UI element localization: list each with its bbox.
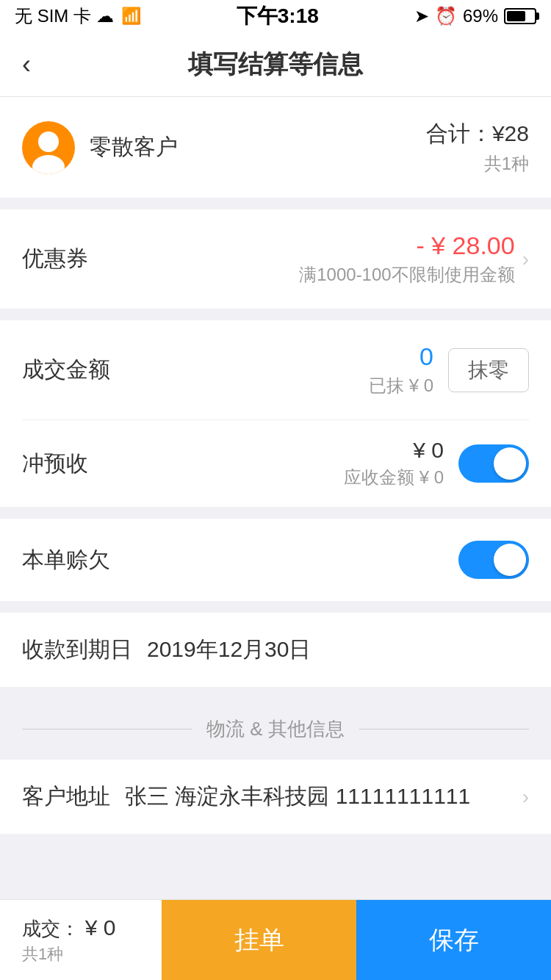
divider-hr-right — [359, 729, 529, 729]
avatar-icon — [22, 121, 75, 174]
nav-bar: ‹ 填写结算等信息 — [0, 32, 551, 97]
deal-right: 0 已抹 ¥ 0 抹零 — [369, 342, 529, 397]
deal-sub: 已抹 ¥ 0 — [369, 374, 433, 397]
due-date-row: 收款到期日 2019年12月30日 — [22, 635, 529, 665]
prepay-amount: ¥ 0 — [344, 438, 444, 463]
status-bar: 无 SIM 卡 ☁ 📶 下午3:18 ➤ ⏰ 69% — [0, 0, 551, 32]
save-button[interactable]: 保存 — [356, 900, 551, 981]
total-count: 共1种 — [426, 152, 529, 176]
bottom-summary: 成交： ¥ 0 共1种 — [0, 915, 162, 965]
prepay-sub: 应收金额 ¥ 0 — [344, 466, 444, 489]
back-button[interactable]: ‹ — [22, 49, 31, 80]
toggle-thumb — [494, 447, 526, 480]
deal-row: 成交金额 0 已抹 ¥ 0 抹零 — [0, 320, 551, 419]
coupon-desc: 满1000-100不限制使用金额 — [299, 263, 514, 287]
coupon-discount: - ¥ 28.00 — [299, 231, 514, 260]
customer-section: 零散客户 合计：¥28 共1种 — [0, 97, 551, 198]
status-right: ➤ ⏰ 69% — [414, 6, 536, 26]
due-date-label: 收款到期日 — [22, 635, 132, 665]
battery-icon — [504, 8, 536, 24]
page-title: 填写结算等信息 — [188, 48, 363, 82]
bottom-deal-amount: ¥ 0 — [85, 915, 116, 940]
bottom-bar: 成交： ¥ 0 共1种 挂单 保存 — [0, 899, 551, 980]
deal-amount: 0 — [369, 342, 433, 371]
coupon-info: - ¥ 28.00 满1000-100不限制使用金额 — [299, 231, 514, 287]
bottom-deal-row: 成交： ¥ 0 — [22, 915, 140, 942]
sim-label: 无 SIM 卡 ☁ — [15, 4, 114, 28]
avatar — [22, 121, 75, 174]
customer-total: 合计：¥28 共1种 — [426, 119, 529, 176]
debt-label: 本单赊欠 — [22, 545, 110, 575]
status-left: 无 SIM 卡 ☁ 📶 — [15, 4, 141, 28]
deal-amount-wrap: 0 已抹 ¥ 0 — [369, 342, 433, 397]
deal-label: 成交金额 — [22, 355, 110, 385]
battery-percent: 69% — [463, 6, 498, 26]
total-amount: 合计：¥28 — [426, 119, 529, 149]
prepay-row: 冲预收 ¥ 0 应收金额 ¥ 0 — [0, 420, 551, 507]
status-time: 下午3:18 — [237, 2, 319, 30]
logistics-label: 物流 & 其他信息 — [206, 716, 345, 742]
address-value: 张三 海淀永丰科技园 11111111111 — [125, 782, 515, 812]
debt-section: 本单赊欠 — [0, 519, 551, 601]
address-label: 客户地址 — [22, 782, 110, 812]
bottom-deal-label: 成交： — [22, 918, 79, 940]
location-icon: ➤ — [414, 6, 429, 26]
coupon-section[interactable]: 优惠券 - ¥ 28.00 满1000-100不限制使用金额 › — [0, 209, 551, 309]
address-chevron-icon: › — [522, 785, 529, 809]
deal-section: 成交金额 0 已抹 ¥ 0 抹零 冲预收 ¥ 0 应收金额 ¥ 0 — [0, 320, 551, 507]
divider-hr-left — [22, 729, 192, 729]
due-date-section: 收款到期日 2019年12月30日 — [0, 613, 551, 687]
svg-point-1 — [32, 155, 65, 174]
coupon-label: 优惠券 — [22, 244, 88, 274]
customer-info: 零散客户 — [22, 121, 178, 174]
chevron-right-icon: › — [522, 248, 529, 271]
prepay-toggle[interactable] — [458, 444, 529, 483]
coupon-right: - ¥ 28.00 满1000-100不限制使用金额 › — [299, 231, 529, 287]
alarm-icon: ⏰ — [435, 6, 457, 26]
prepay-label: 冲预收 — [22, 449, 88, 479]
debt-toggle[interactable] — [458, 541, 529, 579]
wifi-icon: 📶 — [121, 7, 141, 26]
round-zero-button[interactable]: 抹零 — [448, 348, 529, 392]
logistics-divider: 物流 & 其他信息 — [0, 699, 551, 760]
bottom-count: 共1种 — [22, 943, 140, 965]
hold-button[interactable]: 挂单 — [162, 900, 356, 981]
svg-point-0 — [38, 131, 59, 152]
customer-name: 零散客户 — [90, 132, 178, 162]
content: 零散客户 合计：¥28 共1种 优惠券 - ¥ 28.00 满1000-100不… — [0, 97, 551, 934]
prepay-amounts: ¥ 0 应收金额 ¥ 0 — [344, 438, 444, 489]
debt-toggle-thumb — [494, 544, 526, 576]
due-date-value: 2019年12月30日 — [147, 635, 311, 665]
address-section[interactable]: 客户地址 张三 海淀永丰科技园 11111111111 › — [0, 760, 551, 834]
prepay-right: ¥ 0 应收金额 ¥ 0 — [344, 438, 529, 489]
